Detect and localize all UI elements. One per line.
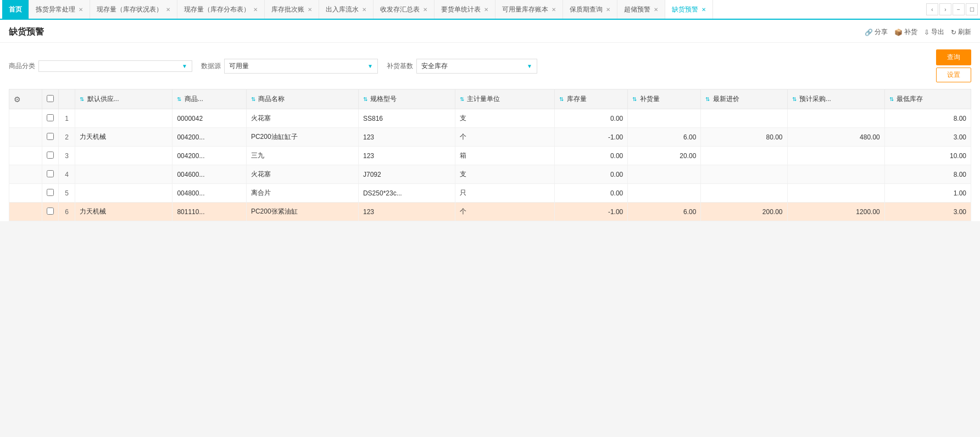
- query-button[interactable]: 查询: [936, 49, 971, 65]
- restock-icon: 📦: [894, 29, 903, 36]
- restock-base-value: 安全库存: [421, 61, 448, 71]
- tab-receive-send[interactable]: 收发存汇总表 ✕: [374, 0, 435, 19]
- tab-minimize[interactable]: −: [953, 3, 965, 15]
- close-tab-inventory-dist[interactable]: ✕: [253, 7, 258, 13]
- tab-inventory-dist[interactable]: 现存量（库存分布表） ✕: [177, 0, 265, 19]
- settings-button[interactable]: 设置: [936, 68, 971, 82]
- tab-inout-flow[interactable]: 出入库流水 ✕: [319, 0, 374, 19]
- row-gear-cell: [9, 184, 42, 203]
- close-tab-inout-flow[interactable]: ✕: [362, 7, 366, 13]
- row-number: 2: [59, 128, 75, 147]
- close-tab-available[interactable]: ✕: [552, 7, 556, 13]
- row-checkbox-3[interactable]: [47, 170, 54, 177]
- tab-scroll-left[interactable]: ‹: [926, 3, 938, 15]
- close-tab-expiry[interactable]: ✕: [606, 7, 610, 13]
- col-header-min-stock[interactable]: ⇅ 最低库存: [884, 89, 971, 109]
- row-checkbox-cell[interactable]: [42, 165, 59, 184]
- col-header-est-purchase[interactable]: ⇅ 预计采购...: [787, 89, 884, 109]
- col-header-supplier[interactable]: ⇅ 默认供应...: [75, 89, 172, 109]
- row-product-code: 0000042: [172, 109, 247, 128]
- tab-home[interactable]: 首页: [2, 0, 29, 19]
- close-tab-overstock[interactable]: ✕: [654, 7, 658, 13]
- row-product-name: 三九: [246, 147, 358, 165]
- row-product-name: PC200油缸缸子: [246, 128, 358, 147]
- table-header-row: ⚙ ⇅ 默认供应... ⇅ 商品... ⇅: [9, 89, 971, 109]
- row-checkbox-cell[interactable]: [42, 184, 59, 203]
- col-header-spec[interactable]: ⇅ 规格型号: [358, 89, 455, 109]
- share-action[interactable]: 🔗 分享: [865, 27, 888, 37]
- col-header-product-name[interactable]: ⇅ 商品名称: [246, 89, 358, 109]
- row-product-name: 火花塞: [246, 109, 358, 128]
- restock-base-select[interactable]: 安全库存 ▼: [416, 59, 537, 74]
- category-select[interactable]: ▼: [38, 60, 192, 72]
- tab-batch[interactable]: 库存批次账 ✕: [265, 0, 319, 19]
- row-number: 3: [59, 147, 75, 165]
- tab-order-stat[interactable]: 要货单统计表 ✕: [435, 0, 495, 19]
- close-tab-batch[interactable]: ✕: [308, 7, 312, 13]
- row-checkbox-cell[interactable]: [42, 109, 59, 128]
- table-row: 2 力天机械 004200... PC200油缸缸子 123 个 -1.00 6…: [9, 128, 971, 147]
- tab-overstock[interactable]: 超储预警 ✕: [617, 0, 665, 19]
- export-action[interactable]: ⇩ 导出: [924, 27, 944, 37]
- refresh-action[interactable]: ↻ 刷新: [951, 27, 971, 37]
- row-checkbox-4[interactable]: [47, 189, 54, 196]
- row-checkbox-cell[interactable]: [42, 128, 59, 147]
- row-latest-price: [701, 184, 787, 203]
- row-gear-cell: [9, 147, 42, 165]
- datasource-filter-group: 数据源 可用量 ▼: [201, 59, 378, 74]
- col-header-product-code[interactable]: ⇅ 商品...: [172, 89, 247, 109]
- sort-est-icon: ⇅: [792, 96, 797, 102]
- tab-scroll-right[interactable]: ›: [939, 3, 951, 15]
- table-row: 5 004800... 离合片 DS250*23c... 只 0.00 1.00: [9, 184, 971, 203]
- row-supplier: 力天机械: [75, 128, 172, 147]
- row-checkbox-5[interactable]: [47, 208, 54, 215]
- row-latest-price: [701, 165, 787, 184]
- restock-action[interactable]: 📦 补货: [894, 27, 917, 37]
- col-header-restock-qty[interactable]: ⇅ 补货量: [628, 89, 701, 109]
- row-checkbox-0[interactable]: [47, 114, 54, 121]
- tab-available[interactable]: 可用量库存账本 ✕: [495, 0, 563, 19]
- tab-expiry[interactable]: 保质期查询 ✕: [563, 0, 617, 19]
- row-checkbox-1[interactable]: [47, 133, 54, 140]
- row-checkbox-2[interactable]: [47, 152, 54, 159]
- col-header-latest-price[interactable]: ⇅ 最新进价: [701, 89, 787, 109]
- row-restock-qty: [628, 165, 701, 184]
- datasource-dropdown-arrow: ▼: [368, 63, 373, 69]
- gear-settings-icon[interactable]: ⚙: [14, 95, 21, 104]
- sort-supplier-icon: ⇅: [80, 96, 84, 102]
- tab-inventory-status[interactable]: 现存量（库存状况表） ✕: [90, 0, 177, 19]
- row-checkbox-cell[interactable]: [42, 203, 59, 221]
- row-restock-qty: 6.00: [628, 203, 701, 221]
- row-supplier: 力天机械: [75, 203, 172, 221]
- close-tab-receive-send[interactable]: ✕: [423, 7, 427, 13]
- sort-restock-icon: ⇅: [632, 96, 637, 102]
- tab-bar: 首页 拣货异常处理 ✕ 现存量（库存状况表） ✕ 现存量（库存分布表） ✕ 库存…: [0, 0, 980, 20]
- sort-min-icon: ⇅: [889, 96, 894, 102]
- select-all-checkbox[interactable]: [47, 95, 54, 102]
- row-number: 4: [59, 165, 75, 184]
- row-min-stock: 8.00: [884, 109, 971, 128]
- table-row: 4 004600... 火花塞 J7092 支 0.00 8.00: [9, 165, 971, 184]
- row-stock-qty: -1.00: [555, 128, 628, 147]
- sort-unit-icon: ⇅: [460, 96, 464, 102]
- close-tab-exception[interactable]: ✕: [79, 7, 83, 13]
- col-header-checkbox[interactable]: [42, 89, 59, 109]
- tab-shortage[interactable]: 缺货预警 ✕: [665, 0, 713, 20]
- col-header-gear[interactable]: ⚙: [9, 89, 42, 109]
- tab-exception[interactable]: 拣货异常处理 ✕: [29, 0, 90, 19]
- row-checkbox-cell[interactable]: [42, 147, 59, 165]
- close-tab-order-stat[interactable]: ✕: [484, 7, 488, 13]
- row-product-code: 004600...: [172, 165, 247, 184]
- col-header-stock-qty[interactable]: ⇅ 库存量: [555, 89, 628, 109]
- row-restock-qty: 6.00: [628, 128, 701, 147]
- datasource-select[interactable]: 可用量 ▼: [224, 59, 378, 74]
- share-icon: 🔗: [865, 29, 873, 36]
- row-unit: 箱: [455, 147, 554, 165]
- close-tab-shortage[interactable]: ✕: [701, 7, 706, 13]
- tab-maximize[interactable]: ☐: [966, 3, 978, 15]
- close-tab-inventory-status[interactable]: ✕: [166, 7, 170, 13]
- col-header-unit[interactable]: ⇅ 主计量单位: [455, 89, 554, 109]
- row-min-stock: 1.00: [884, 184, 971, 203]
- row-product-code: 004200...: [172, 147, 247, 165]
- data-table-container: ⚙ ⇅ 默认供应... ⇅ 商品... ⇅: [0, 89, 980, 221]
